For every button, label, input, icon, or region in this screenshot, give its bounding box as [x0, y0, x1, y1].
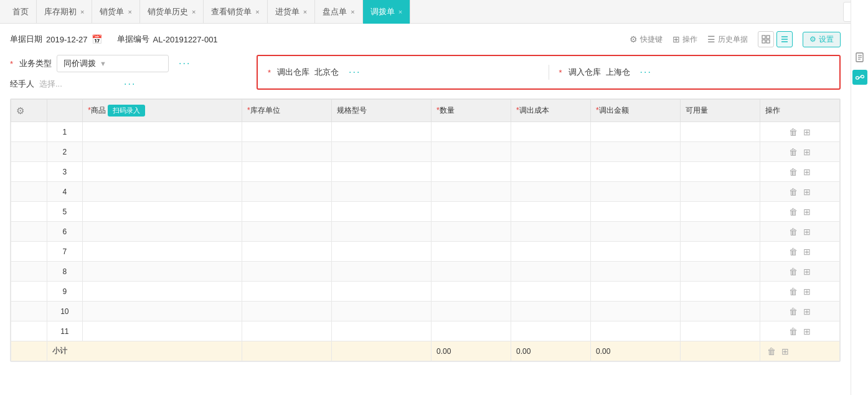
- row-product-cell[interactable]: [83, 222, 242, 242]
- close-purchase-order[interactable]: ×: [303, 8, 307, 16]
- delete-row-icon[interactable]: 🗑: [789, 207, 798, 217]
- row-product-cell[interactable]: [83, 122, 242, 142]
- copy-row-icon[interactable]: ⊞: [803, 207, 811, 217]
- biz-type-more[interactable]: ···: [179, 58, 191, 69]
- row-spec-cell[interactable]: [332, 302, 432, 321]
- doc-num-value[interactable]: AL-20191227-001: [153, 35, 218, 44]
- row-qty-cell[interactable]: [432, 282, 511, 302]
- row-available-cell[interactable]: [680, 242, 760, 262]
- row-cost-cell[interactable]: [511, 202, 591, 222]
- scan-btn[interactable]: 扫码录入: [108, 105, 145, 117]
- row-amount-cell[interactable]: [590, 222, 680, 242]
- row-product-cell[interactable]: [83, 282, 242, 302]
- in-warehouse-more[interactable]: ···: [640, 67, 652, 78]
- copy-row-icon[interactable]: ⊞: [803, 287, 811, 297]
- copy-row-icon[interactable]: ⊞: [803, 247, 811, 257]
- subtotal-copy-icon[interactable]: ⊞: [781, 346, 789, 356]
- row-product-cell[interactable]: [83, 202, 242, 222]
- person-more[interactable]: ···: [124, 79, 136, 90]
- row-available-cell[interactable]: [680, 122, 760, 142]
- calendar-icon[interactable]: 📅: [92, 34, 102, 44]
- row-available-cell[interactable]: [680, 162, 760, 182]
- row-qty-cell[interactable]: [432, 302, 511, 321]
- row-spec-cell[interactable]: [332, 122, 432, 142]
- close-sales-history[interactable]: ×: [192, 8, 196, 16]
- row-product-cell[interactable]: [83, 262, 242, 282]
- row-qty-cell[interactable]: [432, 182, 511, 202]
- close-sales-order[interactable]: ×: [128, 8, 131, 16]
- row-available-cell[interactable]: [680, 302, 760, 321]
- row-amount-cell[interactable]: [590, 302, 680, 321]
- delete-row-icon[interactable]: 🗑: [789, 326, 798, 336]
- row-cost-cell[interactable]: [511, 122, 591, 142]
- row-amount-cell[interactable]: [590, 262, 680, 282]
- copy-row-icon[interactable]: ⊞: [803, 127, 811, 137]
- row-qty-cell[interactable]: [432, 202, 511, 222]
- delete-row-icon[interactable]: 🗑: [789, 127, 798, 137]
- row-amount-cell[interactable]: [590, 142, 680, 162]
- row-spec-cell[interactable]: [332, 242, 432, 262]
- row-available-cell[interactable]: [680, 282, 760, 302]
- row-unit-cell[interactable]: [242, 262, 332, 282]
- row-qty-cell[interactable]: [432, 222, 511, 242]
- delete-row-icon[interactable]: 🗑: [789, 307, 798, 316]
- row-spec-cell[interactable]: [332, 321, 432, 341]
- row-cost-cell[interactable]: [511, 182, 591, 202]
- row-product-cell[interactable]: [83, 321, 242, 341]
- row-unit-cell[interactable]: [242, 242, 332, 262]
- row-available-cell[interactable]: [680, 321, 760, 341]
- row-cost-cell[interactable]: [511, 282, 591, 302]
- tab-view-sales[interactable]: 查看销货单 ×: [204, 0, 267, 24]
- table-settings-icon[interactable]: ⚙: [16, 105, 24, 116]
- close-stock-init[interactable]: ×: [80, 8, 84, 16]
- operate-btn[interactable]: ⊞ 操作: [672, 34, 697, 45]
- row-cost-cell[interactable]: [511, 321, 591, 341]
- row-amount-cell[interactable]: [590, 242, 680, 262]
- row-available-cell[interactable]: [680, 202, 760, 222]
- tab-home[interactable]: 首页: [5, 0, 37, 24]
- delete-row-icon[interactable]: 🗑: [789, 167, 798, 177]
- row-unit-cell[interactable]: [242, 302, 332, 321]
- row-amount-cell[interactable]: [590, 202, 680, 222]
- delete-row-icon[interactable]: 🗑: [789, 267, 798, 277]
- row-unit-cell[interactable]: [242, 222, 332, 242]
- copy-row-icon[interactable]: ⊞: [803, 227, 811, 237]
- out-warehouse-more[interactable]: ···: [349, 67, 361, 78]
- row-cost-cell[interactable]: [511, 262, 591, 282]
- row-cost-cell[interactable]: [511, 162, 591, 182]
- row-cost-cell[interactable]: [511, 302, 591, 321]
- subtotal-delete-icon[interactable]: 🗑: [767, 346, 776, 356]
- row-qty-cell[interactable]: [432, 242, 511, 262]
- copy-row-icon[interactable]: ⊞: [803, 187, 811, 197]
- row-product-cell[interactable]: [83, 142, 242, 162]
- in-warehouse-value[interactable]: 上海仓: [606, 67, 630, 78]
- copy-row-icon[interactable]: ⊞: [803, 167, 811, 177]
- row-unit-cell[interactable]: [242, 321, 332, 341]
- row-qty-cell[interactable]: [432, 262, 511, 282]
- row-unit-cell[interactable]: [242, 122, 332, 142]
- row-spec-cell[interactable]: [332, 262, 432, 282]
- sidebar-doc-icon[interactable]: [852, 50, 867, 65]
- close-transfer[interactable]: ×: [399, 8, 402, 16]
- tab-sales-history[interactable]: 销货单历史 ×: [140, 0, 204, 24]
- doc-date-value[interactable]: 2019-12-27: [46, 35, 88, 44]
- row-spec-cell[interactable]: [332, 162, 432, 182]
- row-amount-cell[interactable]: [590, 282, 680, 302]
- row-cost-cell[interactable]: [511, 142, 591, 162]
- tab-stock-init[interactable]: 库存期初 ×: [37, 0, 92, 24]
- list-view-btn[interactable]: [776, 31, 793, 47]
- row-amount-cell[interactable]: [590, 182, 680, 202]
- person-select[interactable]: 选择...: [39, 79, 114, 90]
- row-amount-cell[interactable]: [590, 122, 680, 142]
- close-inventory[interactable]: ×: [351, 8, 354, 16]
- delete-row-icon[interactable]: 🗑: [789, 187, 798, 197]
- history-btn[interactable]: ☰ 历史单据: [707, 34, 748, 45]
- biz-type-select[interactable]: 同价调拨 ▼: [57, 55, 169, 72]
- row-spec-cell[interactable]: [332, 142, 432, 162]
- row-available-cell[interactable]: [680, 142, 760, 162]
- row-spec-cell[interactable]: [332, 202, 432, 222]
- delete-row-icon[interactable]: 🗑: [789, 147, 798, 157]
- delete-row-icon[interactable]: 🗑: [789, 247, 798, 257]
- row-qty-cell[interactable]: [432, 142, 511, 162]
- row-cost-cell[interactable]: [511, 242, 591, 262]
